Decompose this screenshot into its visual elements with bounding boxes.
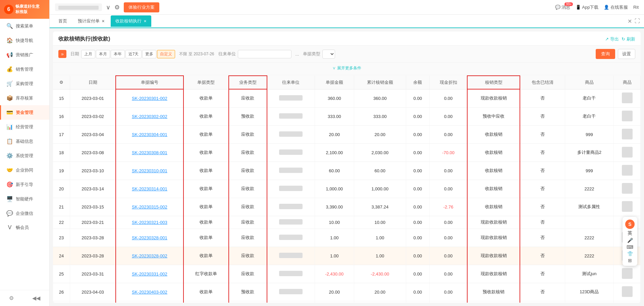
cell-bill-no[interactable]: SK-20230328-002 — [116, 247, 183, 265]
cell-bill-no[interactable]: SK-20230314-001 — [116, 180, 183, 198]
cell-product: 老白干 — [565, 107, 613, 125]
bill-no-link[interactable]: SK-20230314-001 — [132, 186, 167, 191]
th-bill-type[interactable]: 单据类型 — [183, 76, 229, 89]
message-badge[interactable]: 💬 消息 99+ — [555, 4, 571, 10]
bill-no-link[interactable]: SK-20230331-002 — [132, 271, 167, 277]
bill-no-link[interactable]: SK-20230403-002 — [132, 290, 167, 295]
th-product2[interactable]: 商品 — [614, 76, 641, 89]
bill-type-select[interactable] — [322, 50, 335, 59]
th-acc-amount[interactable]: 累计核销金额 — [354, 76, 406, 89]
more-date-btn[interactable]: 更多 — [142, 50, 156, 58]
cell-balance: 0.00 — [406, 283, 429, 301]
cell-bill-no[interactable]: SK-20230302-002 — [116, 107, 183, 125]
sidebar-item-marketing[interactable]: 📢营销推广 — [0, 48, 49, 62]
bill-type-filter-group: 单据类型 — [303, 50, 335, 59]
th-include-settled[interactable]: 包含已结清 — [520, 76, 565, 89]
cell-amount: 60.00 — [315, 162, 354, 180]
cell-amount: 20.00 — [315, 125, 354, 143]
this-month-btn[interactable]: 本月 — [96, 50, 110, 58]
bill-type-label: 单据类型 — [303, 51, 320, 57]
export-button[interactable]: ↗ 导出 — [605, 36, 619, 42]
keyboard-icon[interactable]: ⌨ — [627, 244, 633, 250]
last-7days-btn[interactable]: 近7天 — [125, 50, 142, 58]
cell-bill-no[interactable]: SK-20230310-001 — [116, 162, 183, 180]
th-cancel-type[interactable]: 核销类型 — [467, 76, 520, 89]
bill-no-link[interactable]: SK-20230328-002 — [132, 253, 167, 258]
custom-date-btn[interactable]: 自定义 — [157, 50, 175, 58]
cell-amount: 2,100.00 — [315, 143, 354, 162]
bill-no-link[interactable]: SK-20230315-002 — [132, 204, 167, 209]
sidebar-item-quick-nav[interactable]: 🏠快捷导航 — [0, 33, 49, 48]
bill-no-link[interactable]: SK-20230321-003 — [132, 220, 167, 225]
cell-bill-no[interactable]: SK-20230304-001 — [116, 125, 183, 143]
sidebar-item-sales[interactable]: 💰销售管理 — [0, 62, 49, 76]
this-year-btn[interactable]: 本年 — [111, 50, 125, 58]
solution-button[interactable]: 体验行业方案 — [124, 2, 159, 12]
th-settings[interactable]: ⚙ — [53, 76, 70, 89]
card-actions: ↗ 导出 ↻ 刷新 — [605, 36, 635, 42]
cell-acc-amount: 360.00 — [354, 89, 406, 107]
sidebar-item-weixin[interactable]: 💬企业微信 — [0, 206, 49, 221]
user-name[interactable]: Rit — [633, 5, 639, 10]
cell-bill-no[interactable]: SK-20230331-002 — [116, 265, 183, 283]
nav-label-system: 系统管理 — [16, 153, 33, 159]
close-tab-icon[interactable]: ✕ — [628, 18, 632, 24]
sidebar-item-enterprise[interactable]: 🤝企业协同 — [0, 163, 49, 177]
tab-close-preorder[interactable]: ✕ — [102, 19, 105, 23]
sidebar-item-capital[interactable]: 💳资金管理 — [0, 105, 49, 120]
sidebar-item-operation[interactable]: 📊经营管理 — [0, 120, 49, 134]
bill-no-link[interactable]: SK-20230301-002 — [132, 96, 167, 101]
th-cash-discount[interactable]: 现金折扣 — [429, 76, 467, 89]
sidebar-item-purchase[interactable]: 🛒采购管理 — [0, 76, 49, 91]
sidebar-item-search[interactable]: 🔍搜索菜单 — [0, 19, 49, 33]
sidebar-item-member[interactable]: V畅会员 — [0, 221, 49, 235]
collapse-icon[interactable]: ◀◀ — [30, 293, 42, 303]
column-settings-button[interactable]: 设置 — [618, 49, 635, 59]
sidebar-item-system[interactable]: ⚙️系统管理 — [0, 148, 49, 163]
online-service[interactable]: 👤 在线客服 — [604, 4, 628, 10]
last-month-btn[interactable]: 上月 — [81, 50, 95, 58]
th-balance[interactable]: 余额 — [406, 76, 429, 89]
sidebar-item-inventory[interactable]: 📦库存核算 — [0, 91, 49, 105]
shirt-icon: 👕 — [627, 251, 633, 256]
breadcrumb — [55, 3, 102, 11]
th-product[interactable]: 商品 — [565, 76, 613, 89]
filter-toggle-button[interactable]: » — [58, 50, 66, 58]
refresh-button[interactable]: ↻ 刷新 — [622, 36, 635, 42]
cell-bill-no[interactable]: SK-20230315-002 — [116, 198, 183, 216]
cell-bill-no[interactable]: SK-20230403-002 — [116, 283, 183, 301]
bill-no-link[interactable]: SK-20230328-001 — [132, 235, 167, 240]
th-amount[interactable]: 单据金额 — [315, 76, 354, 89]
tab-preorder[interactable]: 预计应付单✕ — [73, 15, 109, 27]
th-date[interactable]: 日期 — [70, 76, 116, 89]
cell-cash-discount: 0.00 — [429, 216, 467, 229]
query-button[interactable]: 查询 — [596, 49, 615, 59]
tab-receivable[interactable]: 收款核销执行✕ — [111, 15, 151, 27]
cell-bill-no[interactable]: SK-20230408-001 — [116, 301, 183, 303]
cell-bill-no[interactable]: SK-20230321-003 — [116, 216, 183, 229]
th-partner[interactable]: 往来单位 — [267, 76, 315, 89]
sidebar-item-hardware[interactable]: 🖥️智能硬件 — [0, 192, 49, 206]
cell-bill-no[interactable]: SK-20230301-002 — [116, 89, 183, 107]
bill-no-link[interactable]: SK-20230310-001 — [132, 168, 167, 173]
sidebar-item-guide[interactable]: 🎯新手引导 — [0, 177, 49, 192]
settings-bottom-icon[interactable]: ⚙ — [7, 293, 16, 303]
expand-conditions-button[interactable]: ∨ 展开更多条件 — [332, 65, 361, 71]
bill-no-link[interactable]: SK-20230304-001 — [132, 132, 167, 137]
cell-bill-no[interactable]: SK-20230308-001 — [116, 143, 183, 162]
th-bill-no[interactable]: 单据编号 — [116, 76, 183, 89]
cell-bill-no[interactable]: SK-20230328-001 — [116, 229, 183, 247]
th-biz-type[interactable]: 业务类型 — [229, 76, 267, 89]
tab-close-receivable[interactable]: ✕ — [144, 19, 147, 23]
gear-icon[interactable]: ⚙ — [114, 4, 120, 11]
cell-bill-type: 红字收款单 — [183, 265, 229, 283]
dropdown-icon[interactable]: ∨ — [106, 4, 110, 11]
partner-input[interactable] — [238, 50, 291, 58]
maximize-icon[interactable]: ⛶ — [635, 18, 640, 24]
bill-no-link[interactable]: SK-20230308-001 — [132, 150, 167, 155]
sidebar-item-basic[interactable]: 📋基础信息 — [0, 134, 49, 148]
tab-home[interactable]: 首页 — [54, 15, 72, 27]
app-download[interactable]: 📱 App下载 — [576, 4, 598, 10]
bill-no-link[interactable]: SK-20230302-002 — [132, 114, 167, 119]
mic-icon[interactable]: 🎤 — [627, 238, 633, 243]
